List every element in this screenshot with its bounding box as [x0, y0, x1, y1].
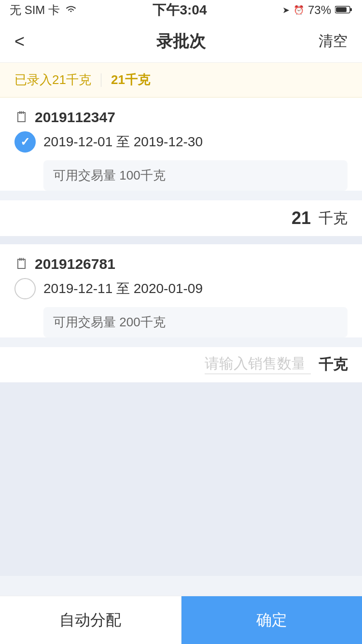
batch-2-quantity-input[interactable]: [205, 355, 311, 374]
no-sim-label: 无 SIM 卡: [10, 2, 60, 18]
batch-1-quantity-row: 21 千克: [0, 200, 362, 237]
batch-2-date: 2019-12-11 至 2020-01-09: [43, 280, 203, 298]
svg-rect-1: [350, 8, 352, 11]
batch-2-id: 2019126781: [35, 256, 115, 272]
batch-2-unit: 千克: [319, 355, 348, 375]
batch-1-date-row: 2019-12-01 至 2019-12-30: [14, 131, 348, 153]
content-area: 已录入21千克 21千克 🗒 2019112347 2019-12-01 至 2…: [0, 63, 362, 624]
batch-card-2: 🗒 2019126781 2019-12-11 至 2020-01-09 可用交…: [0, 244, 362, 337]
batch-1-availability: 可用交易量 100千克: [43, 160, 348, 191]
alarm-icon: ⏰: [293, 5, 304, 15]
status-left: 无 SIM 卡: [10, 2, 77, 18]
empty-area: [0, 383, 362, 576]
svg-rect-2: [336, 7, 347, 12]
location-icon: ➤: [282, 5, 290, 15]
nav-bar: < 录批次 清空: [0, 20, 362, 63]
batch-2-icon: 🗒: [14, 256, 29, 272]
back-button[interactable]: <: [14, 31, 43, 52]
batch-1-quantity-unit: 千克: [319, 209, 348, 228]
status-time: 下午3:04: [153, 1, 207, 19]
summary-value: 21千克: [111, 71, 150, 88]
status-right: ➤ ⏰ 73%: [282, 3, 352, 17]
wifi-icon: [65, 3, 77, 17]
battery-label: 73%: [308, 3, 331, 17]
section-separator: [0, 237, 362, 244]
batch-2-header: 🗒 2019126781: [14, 256, 348, 272]
batch-card-1: 🗒 2019112347 2019-12-01 至 2019-12-30 可用交…: [0, 98, 362, 191]
clear-button[interactable]: 清空: [319, 31, 348, 51]
footer: 自动分配 确定: [0, 596, 362, 644]
batch-1-radio[interactable]: [14, 131, 36, 153]
batch-1-date: 2019-12-01 至 2019-12-30: [43, 133, 203, 151]
status-bar: 无 SIM 卡 下午3:04 ➤ ⏰ 73%: [0, 0, 362, 20]
batch-1-header: 🗒 2019112347: [14, 109, 348, 126]
page-title: 录批次: [156, 30, 206, 53]
batch-2-date-row: 2019-12-11 至 2020-01-09: [14, 278, 348, 299]
confirm-button[interactable]: 确定: [181, 596, 362, 644]
summary-label: 已录入21千克: [14, 71, 91, 88]
summary-divider: [101, 73, 101, 87]
auto-distribute-button[interactable]: 自动分配: [0, 596, 181, 644]
batch-1-icon: 🗒: [14, 109, 29, 126]
batch-2-availability: 可用交易量 200千克: [43, 307, 348, 337]
summary-bar: 已录入21千克 21千克: [0, 63, 362, 98]
batch-2-radio[interactable]: [14, 278, 36, 299]
battery-icon: [335, 3, 352, 17]
batch-1-id: 2019112347: [35, 109, 115, 126]
batch-2-input-row: 千克: [0, 347, 362, 383]
batch-1-quantity-value: 21: [292, 208, 311, 228]
